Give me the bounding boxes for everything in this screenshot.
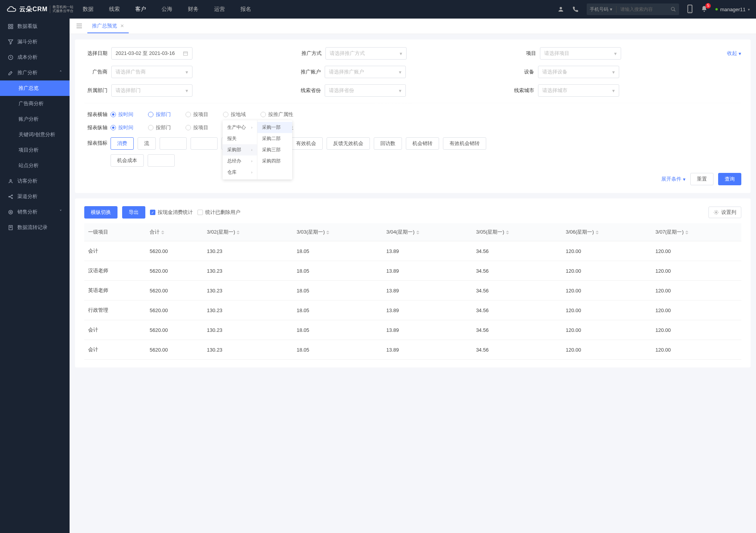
checkbox-icon: ✓ xyxy=(150,210,155,215)
metric-button[interactable]: 机会成本 xyxy=(111,154,144,167)
topnav-item[interactable]: 线索 xyxy=(109,6,120,13)
search-input[interactable] xyxy=(616,7,671,12)
table-header[interactable]: 3/05(星期一) xyxy=(472,223,562,241)
table-header[interactable]: 3/04(星期一) xyxy=(383,223,472,241)
sidebar-item[interactable]: 访客分析 xyxy=(0,173,70,189)
sidebar-subitem[interactable]: 关键词/创意分析 xyxy=(0,127,70,142)
sort-icon xyxy=(416,231,419,234)
expand-conditions-link[interactable]: 展开条件 ▾ xyxy=(661,176,686,183)
cascade-item[interactable]: 采购部› xyxy=(223,144,257,155)
method-select[interactable]: 请选择推广方式▾ xyxy=(325,47,407,60)
radio-option[interactable]: 按时间 xyxy=(111,111,133,118)
sidebar-subitem[interactable]: 广告商分析 xyxy=(0,96,70,111)
radio-option[interactable]: 按推广属性 xyxy=(261,111,293,118)
collapse-filters-link[interactable]: 收起 ▾ xyxy=(727,50,741,57)
search-box: 手机号码 ▾ xyxy=(587,3,679,15)
radio-option[interactable]: 按时间 xyxy=(111,124,133,131)
cascade-item[interactable]: 采购四部 xyxy=(257,155,292,167)
sidebar-item[interactable]: 渠道分析 xyxy=(0,189,70,204)
metric-button[interactable] xyxy=(191,137,218,150)
mobile-icon[interactable] xyxy=(687,5,693,14)
cascade-item[interactable]: 生产中心› xyxy=(223,122,257,133)
table-header[interactable]: 合计 xyxy=(146,223,203,241)
cascade-item[interactable]: 采购三部 xyxy=(257,144,292,155)
topnav-item[interactable]: 数据 xyxy=(83,6,94,13)
sidebar-subitem[interactable]: 项目分析 xyxy=(0,142,70,158)
device-select[interactable]: 请选择设备▾ xyxy=(538,66,619,78)
sidebar-item[interactable]: 数据看版 xyxy=(0,19,70,34)
chevron-down-icon: ▾ xyxy=(186,88,188,94)
table-cell: 120.00 xyxy=(652,340,741,360)
project-select[interactable]: 请选择项目▾ xyxy=(540,47,621,60)
tab-bar: 推广总预览 ✕ xyxy=(70,19,756,34)
export-button[interactable]: 导出 xyxy=(122,206,145,219)
radio-option[interactable]: 按项目 xyxy=(186,124,208,131)
table-header[interactable]: 一级项目 xyxy=(84,223,146,241)
user-menu[interactable]: manager11 ▾ xyxy=(715,7,750,12)
sidebar-subitem[interactable]: 站点分析 xyxy=(0,158,70,173)
table-cell: 34.56 xyxy=(472,281,562,301)
account-select[interactable]: 请选择推广账户▾ xyxy=(325,66,406,78)
table-header[interactable]: 3/03(星期一) xyxy=(293,223,382,241)
bell-icon[interactable]: 5 xyxy=(701,5,708,14)
cascade-item[interactable]: 报关 xyxy=(223,133,257,144)
metric-button[interactable] xyxy=(160,137,187,150)
dept-select[interactable]: 请选择部门▾ xyxy=(111,84,192,97)
svg-point-16 xyxy=(10,211,12,213)
sidebar-item[interactable]: 销售分析˅ xyxy=(0,204,70,220)
date-range-picker[interactable]: 2021-03-02 至 2021-03-16 xyxy=(111,47,192,60)
search-type-select[interactable]: 手机号码 ▾ xyxy=(590,6,616,13)
metrics-label: 报表指标 xyxy=(84,137,107,147)
table-cell: 18.05 xyxy=(293,301,382,320)
cascade-item[interactable]: 采购一部 xyxy=(257,122,292,133)
metric-button[interactable]: 反馈无效机会 xyxy=(327,137,370,150)
advertiser-select[interactable]: 请选择广告商▾ xyxy=(111,66,192,78)
tab-promotion-overview[interactable]: 推广总预览 ✕ xyxy=(87,19,129,33)
metric-button[interactable]: 回访数 xyxy=(374,137,402,150)
close-icon[interactable]: ✕ xyxy=(120,23,124,29)
reset-button[interactable]: 重置 xyxy=(690,173,713,185)
phone-icon[interactable] xyxy=(572,6,579,13)
radio-option[interactable]: 按地域 xyxy=(223,111,246,118)
metric-button[interactable] xyxy=(148,154,175,167)
deleted-stat-checkbox[interactable]: 统计已删除用户 xyxy=(198,209,240,216)
topnav-item[interactable]: 报名 xyxy=(240,6,251,13)
metric-button[interactable]: 有效机会销转 xyxy=(443,137,486,150)
radio-option[interactable]: 按部门 xyxy=(148,124,171,131)
table-header[interactable]: 3/02(星期一) xyxy=(203,223,293,241)
chevron-right-icon: › xyxy=(251,125,252,130)
metric-button[interactable]: 有效机会 xyxy=(289,137,323,150)
table-row: 英语老师5620.00130.2318.0513.8934.56120.0012… xyxy=(84,281,741,301)
metric-button[interactable]: 机会销转 xyxy=(406,137,439,150)
province-select[interactable]: 请选择省份▾ xyxy=(325,84,406,97)
topnav-item[interactable]: 客户 xyxy=(135,6,146,13)
sidebar-subitem[interactable]: 推广总览 xyxy=(0,80,70,96)
toggle-axis-button[interactable]: 横纵切换 xyxy=(84,206,117,219)
table-header[interactable]: 3/07(星期一) xyxy=(652,223,741,241)
cascade-item[interactable]: 仓库› xyxy=(223,167,257,178)
sidebar-item[interactable]: 成本分析 xyxy=(0,50,70,65)
topnav-item[interactable]: 财务 xyxy=(188,6,199,13)
sidebar-collapse-button[interactable] xyxy=(73,22,85,31)
radio-option[interactable]: 按部门 xyxy=(148,111,171,118)
metric-button[interactable]: 流 xyxy=(138,137,156,150)
cascade-item[interactable]: 总经办› xyxy=(223,155,257,167)
cash-stat-checkbox[interactable]: ✓ 按现金消费统计 xyxy=(150,209,193,216)
sidebar-item[interactable]: 数据流转记录 xyxy=(0,220,70,235)
metric-button[interactable]: 消费 xyxy=(111,137,134,150)
sidebar-subitem[interactable]: 账户分析 xyxy=(0,111,70,127)
topnav-item[interactable]: 公海 xyxy=(162,6,172,13)
cascade-item[interactable]: 采购二部 xyxy=(257,133,292,144)
edit-icon xyxy=(8,70,14,76)
person-icon[interactable] xyxy=(557,6,564,13)
table-header[interactable]: 3/06(星期一) xyxy=(562,223,652,241)
search-icon[interactable] xyxy=(671,7,676,12)
top-navbar: 云朵CRM 教育机构一站 式服务云平台 数据线索客户公海财务运营报名 手机号码 … xyxy=(0,0,756,19)
city-select[interactable]: 请选择城市▾ xyxy=(538,84,619,97)
sidebar-item[interactable]: 推广分析˄ xyxy=(0,65,70,80)
topnav-item[interactable]: 运营 xyxy=(214,6,225,13)
column-settings-button[interactable]: 设置列 xyxy=(708,207,741,218)
sidebar-item[interactable]: 漏斗分析 xyxy=(0,34,70,50)
radio-option[interactable]: 按项目 xyxy=(186,111,208,118)
query-button[interactable]: 查询 xyxy=(718,173,741,185)
